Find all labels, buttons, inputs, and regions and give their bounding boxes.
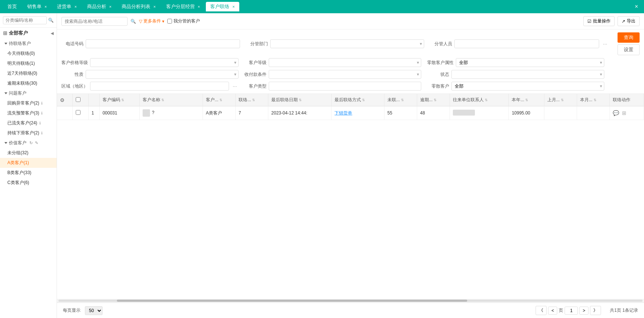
sidebar-item-lost[interactable]: 已流失客户(24) ℹ — [0, 118, 57, 128]
nature-select[interactable] — [86, 70, 239, 79]
search-icon[interactable]: 🔍 — [130, 19, 136, 24]
collapse-sidebar-icon[interactable]: ◀ — [51, 31, 54, 35]
sidebar-search-input[interactable] — [3, 16, 47, 24]
value-customers-group[interactable]: 价值客户 ↻ ✎ — [0, 138, 57, 148]
more-conditions-button[interactable]: ▽ 更多条件 ▾ — [139, 18, 164, 24]
nav-tab-sales[interactable]: 销售单 × — [23, 2, 51, 11]
sort-last-method-icon[interactable]: ⇅ — [362, 98, 365, 102]
dept-select[interactable] — [270, 39, 425, 48]
close-customer-contact-tab-icon[interactable]: × — [232, 4, 235, 9]
scrollbar-thumb[interactable] — [117, 300, 467, 302]
sidebar-item-overdue-pending[interactable]: 逾期未联络(30) — [0, 78, 57, 88]
customer-type-input[interactable] — [269, 82, 422, 91]
close-customer-segment-tab-icon[interactable]: × — [198, 4, 200, 9]
row-checkbox[interactable] — [76, 110, 80, 115]
sidebar-search-icon[interactable]: 🔍 — [48, 18, 54, 23]
sort-code-icon[interactable]: ⇅ — [121, 98, 124, 102]
th-type[interactable]: 客户... ⇅ — [203, 94, 236, 106]
customer-level-label: 客户等级 — [244, 60, 266, 66]
chat-action-icon[interactable]: 💬 — [613, 110, 619, 116]
region-dots-button[interactable]: ··· — [231, 82, 239, 90]
th-contact[interactable]: 联络... ⇅ — [236, 94, 268, 106]
my-customers-checkbox-label[interactable]: 我分管的客户 — [167, 18, 200, 24]
close-analysis-tab-icon[interactable]: × — [109, 4, 111, 9]
phone-input[interactable] — [86, 39, 240, 48]
price-level-select[interactable] — [90, 58, 239, 67]
settings-button[interactable]: 设置 — [618, 44, 640, 55]
sort-uncontacted-icon[interactable]: ⇅ — [401, 98, 404, 102]
sort-last-date-icon[interactable]: ⇅ — [299, 98, 302, 102]
status-select[interactable] — [451, 70, 604, 79]
retail-customer-select[interactable]: 全部 — [451, 82, 604, 91]
all-customers-header[interactable]: ⊞ 全部客户 ◀ — [0, 28, 57, 39]
search-input[interactable] — [61, 17, 128, 26]
pending-contacts-group[interactable]: 待联络客户 — [0, 39, 57, 49]
nav-home-tab[interactable]: 首页 — [3, 2, 21, 11]
sidebar-item-ungrouped[interactable]: 未分组(32) — [0, 148, 57, 158]
sidebar-item-tomorrow-pending[interactable]: 明天待联络(1) — [0, 59, 57, 68]
sort-name-icon[interactable]: ⇅ — [161, 98, 164, 102]
sort-overdue-icon[interactable]: ⇅ — [434, 98, 437, 102]
window-close-button[interactable]: × — [632, 2, 641, 11]
prev-page-button[interactable]: < — [548, 307, 557, 315]
edit-value-icon[interactable]: ✎ — [35, 141, 38, 145]
refresh-value-icon[interactable]: ↻ — [29, 141, 33, 145]
sidebar-item-7day-pending[interactable]: 近7天待联络(0) — [0, 68, 57, 78]
sort-last-month-icon[interactable]: ⇅ — [561, 98, 564, 102]
person-dots-button[interactable]: ··· — [601, 40, 609, 47]
th-code[interactable]: 客户编码 ⇅ — [99, 94, 139, 106]
sidebar-item-declining[interactable]: 持续下滑客户(2) ℹ — [0, 128, 57, 138]
nav-tab-customer-contact[interactable]: 客户联络 × — [206, 2, 239, 11]
last-page-button[interactable]: 》 — [590, 306, 601, 315]
th-last-date[interactable]: 最后联络日期 ⇅ — [268, 94, 332, 106]
sort-this-month-icon[interactable]: ⇅ — [594, 98, 597, 102]
batch-operation-button[interactable]: ☑ 批量操作 — [583, 16, 615, 26]
sidebar-item-b-class[interactable]: B类客户(33) — [0, 168, 57, 178]
per-page-select[interactable]: 50 — [85, 306, 103, 315]
scrollbar-track — [58, 300, 643, 302]
action-icons-group: 💬 ⊞ — [613, 110, 641, 116]
filter-region: 区域（地区） ··· — [61, 82, 239, 91]
customer-level-select[interactable] — [269, 58, 422, 67]
th-this-month[interactable]: 本月... ⇅ — [577, 94, 609, 106]
export-button[interactable]: ↗ 导出 — [618, 16, 640, 26]
sidebar-item-repurchase-abnormal[interactable]: 回购异常客户(2) ℹ — [0, 98, 57, 108]
region-input[interactable] — [90, 82, 229, 91]
sidebar-item-today-pending[interactable]: 今天待联络(0) — [0, 49, 57, 59]
payment-select[interactable] — [269, 70, 422, 79]
close-sales-tab-icon[interactable]: × — [44, 4, 47, 9]
grid-action-icon[interactable]: ⊞ — [622, 110, 626, 116]
nav-tab-customer-segment[interactable]: 客户分层经营 × — [162, 2, 204, 11]
sort-type-icon[interactable]: ⇅ — [219, 98, 222, 102]
first-page-button[interactable]: 《 — [536, 306, 547, 315]
sidebar-item-c-class[interactable]: C类客户(6) — [0, 178, 57, 188]
close-purchase-tab-icon[interactable]: × — [74, 4, 76, 9]
sort-this-year-icon[interactable]: ⇅ — [525, 98, 528, 102]
page-number-input[interactable] — [565, 307, 578, 315]
horizontal-scrollbar[interactable] — [57, 299, 644, 303]
nav-tab-purchase[interactable]: 进货单 × — [53, 2, 81, 11]
next-page-button[interactable]: > — [579, 307, 588, 315]
sort-company-contact-icon[interactable]: ⇅ — [485, 98, 488, 102]
th-this-year[interactable]: 本年... ⇅ — [509, 94, 544, 106]
nav-tab-analysis-list[interactable]: 商品分析列表 × — [117, 2, 160, 11]
person-input[interactable] — [454, 39, 599, 48]
gear-settings-icon[interactable]: ⚙ — [60, 97, 65, 103]
th-overdue[interactable]: 逾期... ⇅ — [417, 94, 450, 106]
retail-attr-select[interactable]: 全部 — [456, 58, 604, 67]
my-customers-checkbox[interactable] — [167, 19, 172, 24]
last-method-link[interactable]: 下销货单 — [334, 110, 352, 116]
query-button[interactable]: 查询 — [618, 32, 640, 43]
sidebar-item-loss-warning[interactable]: 流失预警客户(3) ℹ — [0, 108, 57, 118]
th-company-contact[interactable]: 往来单位联系人 ⇅ — [450, 94, 509, 106]
th-name[interactable]: 客户名称 ⇅ — [139, 94, 203, 106]
sort-contact-icon[interactable]: ⇅ — [252, 98, 255, 102]
nav-tab-analysis[interactable]: 商品分析 × — [83, 2, 116, 11]
close-analysis-list-tab-icon[interactable]: × — [153, 4, 155, 9]
th-last-month[interactable]: 上月... ⇅ — [544, 94, 577, 106]
select-all-checkbox[interactable] — [76, 97, 80, 102]
th-last-method[interactable]: 最后联络方式 ⇅ — [332, 94, 384, 106]
th-uncontacted[interactable]: 未联... ⇅ — [384, 94, 417, 106]
sidebar-item-a-class[interactable]: A类客户(1) — [0, 158, 57, 168]
problem-customers-group[interactable]: 问题客户 — [0, 88, 57, 98]
